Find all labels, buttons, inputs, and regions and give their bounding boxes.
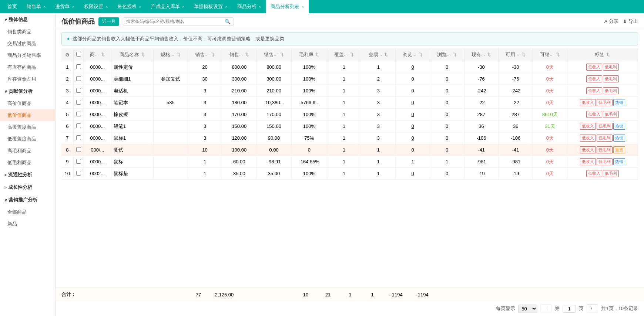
checkbox-col[interactable] xyxy=(73,48,84,61)
sidebar-item-high-value[interactable]: 高价值商品 xyxy=(0,98,55,109)
row-checkbox[interactable] xyxy=(73,97,84,109)
nav-purchase[interactable]: 进货单 × xyxy=(51,0,78,13)
sidebar-item-low-coverage[interactable]: 低覆盖度商品 xyxy=(0,133,55,145)
nav-roles[interactable]: 角色授权 × xyxy=(113,0,145,13)
row-qty: 1 xyxy=(188,156,222,168)
row-select-checkbox[interactable] xyxy=(76,64,81,69)
sidebar-group-growth[interactable]: > 成长性分析 xyxy=(0,181,55,194)
nav-analysis[interactable]: 商品分析 × xyxy=(233,0,265,13)
row-checkbox[interactable] xyxy=(73,61,84,73)
close-icon[interactable]: × xyxy=(72,4,74,9)
row-sellable-days: 31天 xyxy=(533,120,567,132)
col-current[interactable]: 现有... ⇅ xyxy=(464,48,499,61)
sidebar-item-category-rate[interactable]: 商品分类销售率 xyxy=(0,50,55,61)
close-icon[interactable]: × xyxy=(302,4,304,9)
nav-products[interactable]: 产成品入库单 × xyxy=(147,0,189,13)
sidebar-group-contribution[interactable]: ∨ 贡献值分析 xyxy=(0,85,55,98)
col-sales-qty[interactable]: 销售... ⇅ xyxy=(188,48,222,61)
row-select-checkbox[interactable] xyxy=(76,123,81,128)
browse-link[interactable]: 1 xyxy=(411,159,414,164)
nav-sales[interactable]: 销售单 × xyxy=(22,0,50,13)
row-transaction: 1 xyxy=(361,61,396,73)
browse-link[interactable]: 0 xyxy=(411,76,414,82)
col-coverage[interactable]: 覆盖... ⇅ xyxy=(327,48,361,61)
share-button[interactable]: ↗ 分享 xyxy=(603,18,618,25)
sidebar-group-liquidity[interactable]: > 流通性分析 xyxy=(0,169,55,181)
select-all-checkbox[interactable] xyxy=(76,52,81,57)
col-spec[interactable]: 规格... ⇅ xyxy=(153,48,188,61)
close-icon[interactable]: × xyxy=(43,4,46,9)
sidebar-item-traded-goods[interactable]: 交易过的商品 xyxy=(0,38,55,50)
row-checkbox[interactable] xyxy=(73,168,84,180)
per-page-select[interactable]: 50 100 200 xyxy=(518,305,537,313)
browse-link[interactable]: 0 xyxy=(411,171,414,176)
search-input[interactable] xyxy=(126,19,225,24)
col-sales-price[interactable]: 销售... ⇅ xyxy=(222,48,256,61)
browse-link[interactable]: 0 xyxy=(411,64,414,70)
col-name[interactable]: 商品名称 ⇅ xyxy=(111,48,154,61)
row-select-checkbox[interactable] xyxy=(76,88,81,93)
row-coverage: 1 xyxy=(327,156,361,168)
row-checkbox[interactable] xyxy=(73,132,84,144)
browse-link[interactable]: 0 xyxy=(411,88,414,94)
sidebar-item-inventory-capital[interactable]: 库存资金占用 xyxy=(0,73,55,85)
row-select-checkbox[interactable] xyxy=(76,76,81,81)
row-code: 0000... xyxy=(84,61,111,73)
sidebar-item-sales-goods[interactable]: 销售类商品 xyxy=(0,26,55,38)
close-icon[interactable]: × xyxy=(182,4,184,9)
row-select-checkbox[interactable] xyxy=(76,135,81,140)
col-sellable[interactable]: 可销... ⇅ xyxy=(533,48,567,61)
col-browse1[interactable]: 浏览... ⇅ xyxy=(396,48,430,61)
export-button[interactable]: ⬇ 导出 xyxy=(623,18,638,25)
sidebar-item-all-goods[interactable]: 全部商品 xyxy=(0,206,55,218)
row-select-checkbox[interactable] xyxy=(76,159,81,164)
sidebar-item-new-goods[interactable]: 新品 xyxy=(0,218,55,230)
prev-page-button[interactable]: 〈 xyxy=(540,304,552,313)
col-tags[interactable]: 标签 ⇅ xyxy=(567,48,638,61)
sidebar-item-high-margin[interactable]: 高毛利商品 xyxy=(0,145,55,157)
next-page-button[interactable]: 〉 xyxy=(587,304,598,313)
col-margin[interactable]: 毛利率 ⇅ xyxy=(291,48,327,61)
settings-col[interactable]: ⚙ xyxy=(61,48,73,61)
nav-home[interactable]: 首页 xyxy=(3,0,21,13)
row-checkbox[interactable] xyxy=(73,85,84,97)
close-icon[interactable]: × xyxy=(105,4,108,9)
col-code[interactable]: 商... ⇅ xyxy=(84,48,111,61)
search-icon[interactable]: 🔍 xyxy=(225,19,231,24)
close-icon[interactable]: × xyxy=(139,4,141,9)
row-select-checkbox[interactable] xyxy=(76,171,81,176)
close-icon[interactable]: × xyxy=(225,4,227,9)
col-browse2[interactable]: 浏览... ⇅ xyxy=(430,48,464,61)
col-available[interactable]: 可用... ⇅ xyxy=(499,48,533,61)
browse-link[interactable]: 0 xyxy=(411,123,414,129)
row-checkbox[interactable] xyxy=(73,73,84,85)
close-icon[interactable]: × xyxy=(259,4,261,9)
nav-permissions[interactable]: 权限设置 × xyxy=(80,0,112,13)
sidebar-item-low-margin[interactable]: 低毛利商品 xyxy=(0,157,55,169)
row-price: 180.00 xyxy=(222,97,256,109)
row-name: 鼠标 xyxy=(111,156,154,168)
row-checkbox[interactable] xyxy=(73,156,84,168)
row-checkbox[interactable] xyxy=(73,144,84,156)
row-checkbox[interactable] xyxy=(73,109,84,120)
filter-button[interactable]: 近一月 xyxy=(98,17,119,26)
sidebar-item-high-coverage[interactable]: 高覆盖度商品 xyxy=(0,121,55,133)
row-checkbox[interactable] xyxy=(73,120,84,132)
nav-templates[interactable]: 单据模板设置 × xyxy=(189,0,232,13)
browse-link[interactable]: 0 xyxy=(411,112,414,117)
browse-link[interactable]: 0 xyxy=(411,100,414,105)
row-available-stock: -22 xyxy=(499,97,533,109)
sidebar-group-marketing[interactable]: ∨ 营销推广分析 xyxy=(0,194,55,206)
browse-link[interactable]: 0 xyxy=(411,147,414,153)
sidebar-group-overview[interactable]: ∨ 整体信息 xyxy=(0,13,55,26)
row-select-checkbox[interactable] xyxy=(76,100,81,105)
row-select-checkbox[interactable] xyxy=(76,147,81,152)
row-select-checkbox[interactable] xyxy=(76,112,81,116)
page-number-input[interactable] xyxy=(563,305,576,313)
sidebar-item-inventory-goods[interactable]: 有库存的商品 xyxy=(0,61,55,73)
col-transaction[interactable]: 交易... ⇅ xyxy=(361,48,396,61)
col-sales-amount[interactable]: 销售... ⇅ xyxy=(256,48,292,61)
sidebar-item-low-value[interactable]: 低价值商品 xyxy=(0,109,55,121)
nav-analysis-list[interactable]: 商品分析列表 × xyxy=(266,0,308,13)
browse-link[interactable]: 0 xyxy=(411,135,414,141)
